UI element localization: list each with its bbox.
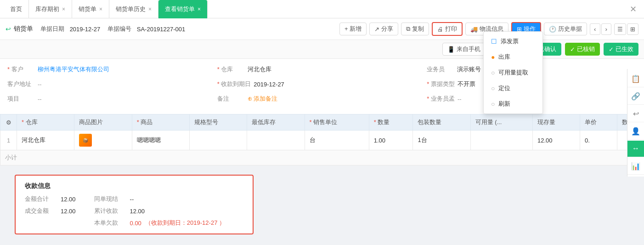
- row-warehouse: 河北仓库: [17, 131, 74, 150]
- accum-value: 12.00: [130, 208, 145, 215]
- subtotal-row: 小计: [0, 150, 644, 165]
- sold-button[interactable]: ✓ 已核销: [565, 43, 600, 56]
- effect-button[interactable]: ✓ 已生效: [604, 43, 638, 56]
- tab-bar: 首页 库存期初 × 销货单 × 销货单历史 × 查看销货单 × ✕: [0, 0, 644, 18]
- payment-date-value: 2019-12-27: [251, 80, 287, 89]
- same-order-row: 同单现结 --: [94, 195, 225, 203]
- dropdown-out-warehouse[interactable]: ● 出库: [484, 49, 542, 65]
- copy-button[interactable]: ⧉ 复制: [401, 23, 429, 35]
- customer-value[interactable]: 柳州粤港平安气体有限公司: [35, 64, 112, 74]
- address-label: 客户地址: [7, 80, 35, 88]
- sidebar-icon-3[interactable]: ↩: [627, 106, 644, 122]
- prev-button[interactable]: ‹: [590, 23, 600, 35]
- tab-sales[interactable]: 销货单 ×: [72, 0, 109, 18]
- form-date-label: 单据日期 2019-12-27: [40, 25, 100, 33]
- dropdown-add-invoice[interactable]: ☐ 添发票: [484, 34, 542, 49]
- print-icon: 🖨: [437, 26, 443, 33]
- list-view-button[interactable]: ☰: [614, 23, 626, 35]
- project-label: 项目: [7, 95, 35, 103]
- staff-label: 业务员: [427, 65, 454, 74]
- window-close-button[interactable]: ✕: [626, 4, 640, 14]
- sidebar-icon-1[interactable]: 📋: [627, 71, 644, 87]
- customer-label: 客户: [7, 65, 35, 74]
- remark-field: 备注 ⊕ 添加备注: [217, 94, 427, 104]
- out-warehouse-icon: ●: [491, 53, 495, 61]
- tab-sales-history[interactable]: 销货单历史 ×: [109, 0, 158, 18]
- ticket-value: 不开票: [455, 79, 478, 89]
- product-table-container: ⚙ * 仓库 商品图片 * 商品 规格型号 最低库存 * 销售单位 * 数量 包…: [0, 114, 644, 165]
- form-fields: 客户 柳州粤港平安气体有限公司 仓库 河北仓库 业务员 演示账号 客户地址 --…: [0, 59, 644, 114]
- form-header: ↩ 销货单 单据日期 2019-12-27 单据编号 SA-20191227-0…: [0, 18, 644, 40]
- sidebar-icon-5[interactable]: ↔: [627, 141, 644, 157]
- col-price: 单价: [580, 114, 617, 131]
- total-label: 金额合计: [25, 195, 57, 203]
- next-button[interactable]: ›: [601, 23, 611, 35]
- accum-label: 累计收款: [94, 207, 126, 215]
- print-button[interactable]: 🖨 打印: [432, 22, 463, 36]
- table-header-row: ⚙ * 仓库 商品图片 * 商品 规格型号 最低库存 * 销售单位 * 数量 包…: [0, 114, 644, 131]
- grid-view-button[interactable]: ⊞: [627, 23, 638, 35]
- form-number-label: 单据编号 SA-20191227-001: [107, 25, 185, 33]
- plus-icon: ⊕: [248, 95, 252, 102]
- effect-icon: ✓: [609, 46, 614, 53]
- payment-col-right: 同单现结 -- 累计收款 12.00 本单欠款 0.00 （收款到期日：2019…: [94, 195, 225, 227]
- tab-view-sales[interactable]: 查看销货单 ×: [158, 0, 208, 18]
- address-value: --: [35, 80, 45, 89]
- warehouse-label: 仓库: [217, 65, 245, 74]
- tab-close-sales-history[interactable]: ×: [148, 6, 152, 12]
- sold-icon: ✓: [570, 46, 575, 53]
- dropdown-locate[interactable]: ○ 定位: [484, 80, 542, 96]
- total-row: 金额合计 12.00: [25, 195, 76, 203]
- row-pkg-qty: 1台: [413, 131, 470, 150]
- warehouse-field: 仓库 河北仓库: [217, 64, 427, 74]
- deal-value: 12.00: [61, 208, 76, 215]
- sidebar-icon-2[interactable]: 🔗: [627, 88, 644, 105]
- form-date-value: 2019-12-27: [70, 26, 101, 33]
- warehouse-value: 河北仓库: [245, 64, 274, 74]
- table-row: 1 河北仓库 📦 嗯嗯嗯嗯 台 1.00 1台 12.00 0.: [0, 131, 644, 150]
- same-order-label: 同单现结: [94, 195, 126, 203]
- new-button[interactable]: + 新增: [339, 23, 367, 35]
- dropdown-refresh[interactable]: ○ 刷新: [484, 96, 542, 112]
- col-available: 可用量 (...: [470, 114, 532, 131]
- row-unit: 台: [305, 131, 369, 150]
- phone-icon: 📱: [447, 46, 455, 53]
- col-product: * 商品: [132, 114, 189, 131]
- address-field: 客户地址 --: [7, 80, 217, 89]
- tab-inventory[interactable]: 库存期初 ×: [29, 0, 72, 18]
- row-stock: 12.00: [532, 131, 580, 150]
- nav-arrows: ‹ ›: [590, 23, 611, 35]
- sidebar-icon-4[interactable]: 👤: [627, 123, 644, 140]
- ticket-label: 票据类型: [427, 80, 455, 88]
- view-icons: ☰ ⊞: [614, 23, 638, 35]
- history-button[interactable]: 🕐 历史单据: [544, 23, 587, 35]
- owe-label: 本单欠款: [94, 219, 126, 227]
- staff-value: 演示账号: [454, 64, 484, 74]
- share-button[interactable]: ↗ 分享: [369, 23, 398, 35]
- add-remark-button[interactable]: ⊕ 添加备注: [245, 94, 281, 104]
- same-order-value: --: [130, 196, 134, 203]
- project-field: 项目 --: [7, 95, 217, 103]
- row-min-stock: [247, 131, 305, 150]
- tab-home[interactable]: 首页: [4, 0, 29, 18]
- from-phone-button[interactable]: 📱 来自手机: [442, 43, 486, 56]
- form-title-group: ↩ 销货单: [6, 25, 33, 33]
- staff2-label: 业务员孟: [427, 95, 455, 103]
- row-available: [470, 131, 532, 150]
- row-image: 📦: [74, 131, 132, 150]
- product-table: ⚙ * 仓库 商品图片 * 商品 规格型号 最低库存 * 销售单位 * 数量 包…: [0, 114, 644, 165]
- col-settings[interactable]: ⚙: [0, 114, 17, 131]
- deal-label: 成交金额: [25, 207, 57, 215]
- tab-close-view-sales[interactable]: ×: [198, 6, 201, 12]
- toolbar-row: 📱 来自手机 未开票 ✓ 已确认 ✓ 已核销 ✓ 已生效: [0, 40, 644, 59]
- available-qty-icon: ○: [491, 69, 495, 76]
- sidebar-icon-6[interactable]: 📊: [627, 158, 644, 175]
- tab-close-sales[interactable]: ×: [99, 6, 102, 12]
- refresh-icon: ○: [491, 100, 495, 108]
- payment-date-field: 收款到期日 2019-12-27: [217, 80, 427, 89]
- dropdown-available-qty[interactable]: ○ 可用量提取: [484, 65, 542, 80]
- col-warehouse: * 仓库: [17, 114, 74, 131]
- col-unit: * 销售单位: [305, 114, 369, 131]
- owe-value: 0.00: [130, 220, 141, 227]
- tab-close-inventory[interactable]: ×: [62, 6, 65, 12]
